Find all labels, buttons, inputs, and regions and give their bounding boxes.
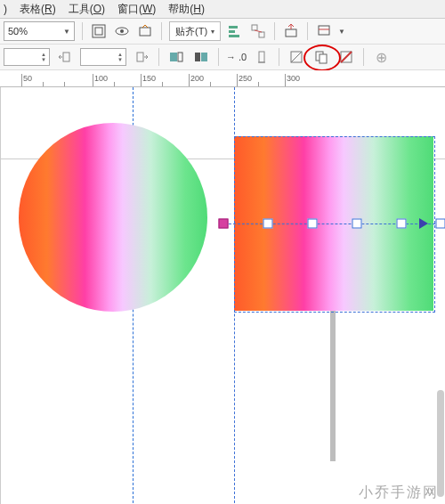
svg-point-3 xyxy=(120,29,124,33)
options-icon[interactable] xyxy=(315,22,333,40)
svg-rect-19 xyxy=(201,53,207,61)
watermark-text: 小乔手游网 xyxy=(359,484,439,502)
chevron-down-icon[interactable]: ▼ xyxy=(338,28,345,36)
copy-fill-properties-icon[interactable] xyxy=(312,47,331,67)
svg-rect-4 xyxy=(140,28,150,36)
gradient-end-arrow[interactable] xyxy=(419,218,428,229)
no-fill-icon[interactable] xyxy=(336,47,356,67)
menu-help[interactable]: 帮助(H) xyxy=(168,2,205,17)
zoom-value: 50% xyxy=(8,26,28,37)
svg-rect-5 xyxy=(229,26,238,28)
spinner-icon[interactable]: ▲▼ xyxy=(117,52,123,62)
gradient-color-stop[interactable] xyxy=(397,219,407,229)
toolbar-top: 50% ▼ 贴齐(T) ▾ ▼ xyxy=(0,19,445,45)
ruler-label: 300 xyxy=(287,74,300,83)
position-field[interactable]: ▲▼ xyxy=(4,48,50,66)
canvas[interactable]: 小乔手游网 xyxy=(0,87,445,504)
snap-label: 贴齐(T) xyxy=(175,25,207,38)
svg-rect-23 xyxy=(320,54,327,63)
svg-line-10 xyxy=(255,30,262,32)
wrap-contour-icon[interactable] xyxy=(166,47,186,67)
nudge-right-icon[interactable] xyxy=(132,47,151,67)
ruler-label: 50 xyxy=(23,74,32,83)
ruler-label: 100 xyxy=(94,74,108,83)
size-field[interactable]: ▲▼ xyxy=(80,48,126,66)
snap-dropdown[interactable]: 贴齐(T) ▾ xyxy=(169,21,221,41)
svg-rect-12 xyxy=(319,26,329,35)
separator xyxy=(82,22,83,40)
toolbar-property: ▲▼ ▲▼ → .0 ⊕ xyxy=(0,45,445,70)
svg-rect-17 xyxy=(178,53,182,61)
menu-tools[interactable]: 工具(O) xyxy=(69,2,105,17)
scrollbar-vertical[interactable] xyxy=(437,390,444,497)
publish-icon[interactable] xyxy=(136,22,154,40)
svg-rect-7 xyxy=(229,35,239,37)
ruler-label: 150 xyxy=(142,74,156,83)
svg-rect-18 xyxy=(195,53,200,61)
stick-shape[interactable] xyxy=(330,310,336,461)
svg-rect-0 xyxy=(93,25,105,37)
separator xyxy=(218,48,219,66)
separator xyxy=(307,22,308,40)
nudge-left-icon[interactable] xyxy=(55,47,75,67)
svg-rect-8 xyxy=(252,25,257,30)
menu-format[interactable]: 表格(R) xyxy=(20,2,56,17)
zoom-combo[interactable]: 50% ▼ xyxy=(4,21,75,41)
svg-rect-1 xyxy=(95,28,102,35)
ruler-label: 200 xyxy=(190,74,204,83)
gradient-color-stop[interactable] xyxy=(308,219,318,229)
spinner-icon[interactable]: ▲▼ xyxy=(41,52,46,62)
svg-rect-14 xyxy=(63,53,69,61)
separator xyxy=(274,22,275,40)
edit-fill-icon[interactable] xyxy=(287,47,306,67)
align-distribute-icon[interactable] xyxy=(249,22,267,40)
menu-bar: ) 表格(R) 工具(O) 窗口(W) 帮助(H) xyxy=(0,0,445,19)
chevron-down-icon: ▾ xyxy=(211,28,214,36)
wrap-square-icon[interactable] xyxy=(191,47,211,67)
launch-icon[interactable] xyxy=(282,22,300,40)
menu-leading-char: ) xyxy=(4,3,7,15)
ruler-label: 250 xyxy=(239,74,252,83)
preview-icon[interactable] xyxy=(113,22,131,40)
svg-rect-9 xyxy=(259,32,264,37)
separator xyxy=(363,48,364,66)
full-screen-icon[interactable] xyxy=(90,22,108,40)
separator xyxy=(279,48,279,66)
svg-rect-20 xyxy=(259,52,264,62)
separator xyxy=(158,48,159,66)
gradient-start-handle[interactable] xyxy=(219,219,229,229)
svg-rect-15 xyxy=(137,53,143,61)
align-left-icon[interactable] xyxy=(226,22,244,40)
svg-rect-6 xyxy=(229,30,235,33)
gradient-color-stop[interactable] xyxy=(263,219,273,229)
gradient-end-handle[interactable] xyxy=(436,219,446,229)
gradient-vector[interactable] xyxy=(220,224,444,224)
chevron-down-icon: ▼ xyxy=(63,28,70,36)
increase-icon[interactable] xyxy=(252,47,271,67)
gradient-circle-shape[interactable] xyxy=(19,123,207,312)
gradient-color-stop[interactable] xyxy=(352,219,362,229)
ruler-horizontal[interactable]: 50 100 150 200 250 300 xyxy=(0,70,445,87)
menu-window[interactable]: 窗口(W) xyxy=(117,2,156,17)
svg-rect-16 xyxy=(170,53,177,61)
svg-rect-11 xyxy=(286,29,296,37)
separator xyxy=(161,22,162,40)
svg-line-25 xyxy=(341,52,352,62)
add-icon[interactable]: ⊕ xyxy=(371,47,391,67)
arrow-precision-label: → .0 xyxy=(226,47,247,67)
